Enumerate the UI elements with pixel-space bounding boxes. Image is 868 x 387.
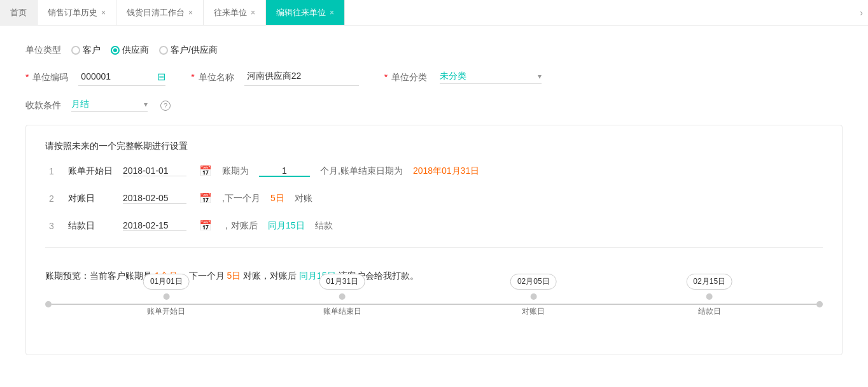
- timeline-label-4: 结款日: [698, 306, 721, 317]
- timeline-point-3: 02月05日 对账日: [510, 292, 557, 317]
- timeline-start-dot: [45, 301, 52, 307]
- section-divider: [45, 247, 823, 248]
- radio-customer-supplier[interactable]: 客户/供应商: [159, 45, 218, 56]
- reconciliation-desc-suffix: 对账: [295, 193, 312, 204]
- required-star-code: *: [25, 72, 29, 82]
- radio-customer-label: 客户: [83, 45, 101, 56]
- account-start-label: 账单开始日: [68, 165, 113, 177]
- timeline-label-spacer: [45, 320, 823, 339]
- unit-code-input[interactable]: [78, 69, 155, 84]
- payment-calendar-icon[interactable]: 📅: [199, 220, 212, 232]
- reconciliation-date-input[interactable]: [123, 193, 186, 204]
- reconciliation-row: 2 对账日 📅 ,下一个月 5日 对账: [45, 192, 823, 204]
- period-end-date: 2018年01月31日: [413, 165, 479, 177]
- payment-terms-label: 收款条件: [25, 100, 61, 111]
- tab-cash-reconciliation[interactable]: 钱货日清工作台 ×: [116, 0, 204, 25]
- payment-day: 同月15日: [268, 220, 305, 232]
- timeline: 01月01日 账单开始日 01月31日 账单结束日 02月05日 对账日 02月…: [45, 295, 823, 320]
- period-label: 账期为: [222, 165, 249, 177]
- period-desc: 个月,账单结束日期为: [320, 165, 403, 177]
- timeline-dot-3: [530, 293, 536, 300]
- tab-sales-order-history[interactable]: 销售订单历史 ×: [38, 0, 116, 25]
- tab-edit-partner[interactable]: 编辑往来单位 ×: [266, 0, 345, 25]
- timeline-end-dot: [816, 301, 823, 307]
- timeline-dot-2: [339, 293, 346, 300]
- unit-name-input[interactable]: [244, 69, 359, 84]
- required-star-category: *: [384, 72, 388, 82]
- period-value-input[interactable]: [259, 165, 310, 177]
- radio-supplier-label: 供应商: [122, 45, 149, 56]
- reconciliation-calendar-icon[interactable]: 📅: [199, 192, 212, 204]
- timeline-line: 01月01日 账单开始日 01月31日 账单结束日 02月05日 对账日 02月…: [52, 304, 816, 305]
- tab-home[interactable]: 首页: [0, 0, 38, 25]
- timeline-label-3: 对账日: [522, 306, 545, 317]
- radio-supplier[interactable]: 供应商: [111, 45, 149, 56]
- timeline-label-2: 账单结束日: [323, 306, 361, 317]
- unit-name-wrapper: [244, 69, 359, 86]
- payment-terms-select[interactable]: 月结 ▾: [71, 99, 148, 112]
- unit-name-label: * 单位名称: [191, 72, 234, 83]
- section-title: 请按照未来的一个完整帐期进行设置: [45, 141, 823, 152]
- unit-type-row: 单位类型 客户 供应商 客户/供应商: [25, 45, 843, 56]
- help-icon[interactable]: ?: [160, 101, 171, 111]
- row-num-2: 2: [45, 194, 58, 204]
- unit-code-wrapper: ⊟: [78, 69, 165, 86]
- preview-reconcile-day: 5日: [227, 271, 241, 281]
- unit-category-select[interactable]: 未分类 ▾: [440, 71, 542, 84]
- payment-terms-row: 收款条件 月结 ▾ ?: [25, 99, 843, 112]
- close-cash-reconciliation-icon[interactable]: ×: [188, 8, 193, 17]
- unit-type-radio-group: 客户 供应商 客户/供应商: [71, 45, 218, 56]
- radio-customer[interactable]: 客户: [71, 45, 101, 56]
- radio-supplier-circle: [111, 46, 120, 55]
- unit-category-value: 未分类: [440, 71, 535, 82]
- payment-desc-suffix: 结款: [315, 220, 333, 232]
- tab-bar: 首页 销售订单历史 × 钱货日清工作台 × 往来单位 × 编辑往来单位 × ›: [0, 0, 868, 25]
- required-star-name: *: [191, 72, 194, 82]
- close-sales-order-history-icon[interactable]: ×: [101, 8, 106, 17]
- preview-after-reconcile: 对账，对账后: [243, 271, 297, 281]
- payment-label: 结款日: [68, 220, 113, 232]
- unit-type-label: 单位类型: [25, 45, 61, 56]
- timeline-dot-4: [706, 293, 713, 300]
- close-edit-partner-icon[interactable]: ×: [330, 8, 334, 17]
- tab-more-arrow[interactable]: ›: [855, 0, 868, 25]
- row-num-3: 3: [45, 221, 58, 231]
- preview-prefix: 账期预览：当前客户账期是: [45, 271, 152, 281]
- tab-sales-order-history-label: 销售订单历史: [48, 7, 97, 18]
- account-period-section: 请按照未来的一个完整帐期进行设置 1 账单开始日 📅 账期为 个月,账单结束日期…: [25, 125, 843, 355]
- account-start-calendar-icon[interactable]: 📅: [199, 165, 212, 177]
- reconciliation-desc-prefix: ,下一个月: [222, 193, 260, 204]
- tab-edit-partner-label: 编辑往来单位: [276, 7, 326, 18]
- timeline-date-2: 01月31日: [319, 274, 365, 290]
- timeline-point-4: 02月15日 结款日: [686, 292, 732, 317]
- radio-customer-supplier-circle: [159, 46, 168, 55]
- preview-middle: 下一个月: [189, 271, 225, 281]
- payment-desc-prefix: ，对账后: [222, 220, 258, 232]
- row-num-1: 1: [45, 166, 58, 176]
- timeline-point-2: 01月31日 账单结束日: [319, 292, 365, 317]
- reconciliation-label: 对账日: [68, 193, 113, 204]
- payment-terms-chevron-icon: ▾: [144, 100, 148, 109]
- account-start-date-input[interactable]: [123, 165, 186, 176]
- payment-terms-value: 月结: [71, 99, 141, 110]
- unit-code-label: * 单位编码: [25, 72, 68, 83]
- close-partner-units-icon[interactable]: ×: [251, 8, 255, 17]
- unit-category-label: * 单位分类: [384, 72, 427, 83]
- timeline-date-4: 02月15日: [686, 274, 732, 290]
- unit-category-chevron-icon: ▾: [538, 72, 542, 81]
- payment-row: 3 结款日 📅 ，对账后 同月15日 结款: [45, 220, 823, 232]
- timeline-dot-1: [163, 293, 169, 300]
- timeline-label-1: 账单开始日: [147, 306, 185, 317]
- radio-customer-supplier-label: 客户/供应商: [171, 45, 218, 56]
- tab-cash-reconciliation-label: 钱货日清工作台: [127, 7, 185, 18]
- tab-home-label: 首页: [10, 7, 27, 18]
- radio-customer-circle: [71, 46, 80, 55]
- tab-partner-units[interactable]: 往来单位 ×: [204, 0, 266, 25]
- reconciliation-day: 5日: [270, 193, 284, 204]
- main-content: 单位类型 客户 供应商 客户/供应商 * 单位编码 ⊟ *: [0, 25, 868, 387]
- account-start-row: 1 账单开始日 📅 账期为 个月,账单结束日期为 2018年01月31日: [45, 165, 823, 177]
- unit-fields-row: * 单位编码 ⊟ * 单位名称 * 单位分类 未分类 ▾: [25, 69, 843, 86]
- timeline-date-3: 02月05日: [510, 274, 557, 290]
- payment-date-input[interactable]: [123, 220, 186, 231]
- unit-code-copy-icon[interactable]: ⊟: [157, 71, 165, 83]
